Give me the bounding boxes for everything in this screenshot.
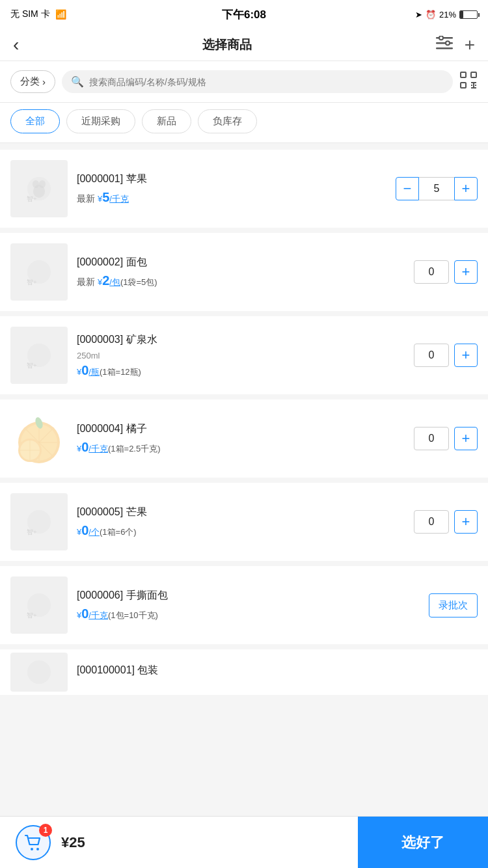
product-image: 智+ [10, 576, 68, 634]
quantity-input[interactable] [414, 510, 449, 534]
battery-label: 21% [439, 10, 456, 20]
product-price: 最新 ¥5/千克 [77, 190, 386, 205]
cart-total: ¥25 [61, 834, 85, 851]
quantity-control: + [414, 510, 478, 534]
increase-button[interactable]: + [454, 260, 478, 284]
product-image [10, 653, 68, 692]
confirm-button[interactable]: 选好了 [358, 817, 488, 869]
search-input[interactable] [89, 77, 444, 87]
svg-rect-7 [461, 83, 466, 88]
svg-point-3 [439, 36, 443, 40]
tab-negative[interactable]: 负库存 [198, 109, 257, 133]
quantity-control: 录批次 [429, 593, 478, 617]
quantity-input[interactable] [419, 177, 454, 200]
nav-bar: ‹ 选择商品 + [0, 29, 488, 61]
product-info: [0000002] 面包 最新 ¥2/包(1袋=5包) [77, 256, 405, 288]
increase-button[interactable]: + [454, 177, 478, 200]
quantity-control: + [414, 260, 478, 284]
product-image: 智+ [10, 160, 68, 217]
product-info: [0000001] 苹果 最新 ¥5/千克 [77, 172, 386, 205]
product-price: ¥0/瓶(1箱=12瓶) [77, 363, 405, 378]
bottom-bar: 1 ¥25 选好了 [0, 816, 488, 868]
list-item: [000100001] 包装 [0, 649, 488, 695]
search-area: 分类 › 🔍 [0, 61, 488, 103]
category-chevron-icon: › [42, 76, 46, 87]
tab-new[interactable]: 新品 [142, 109, 191, 133]
tab-recent[interactable]: 近期采购 [66, 109, 135, 133]
wifi-icon: 📶 [55, 9, 66, 20]
status-time: 下午6:08 [222, 7, 266, 22]
svg-rect-6 [471, 72, 476, 77]
svg-point-4 [446, 41, 450, 45]
search-icon: 🔍 [71, 75, 84, 88]
product-name: [0000004] 橘子 [77, 422, 405, 436]
alarm-icon: ⏰ [426, 10, 436, 20]
product-spec: 250ml [77, 351, 405, 360]
svg-point-38 [31, 848, 33, 850]
scan-button[interactable] [459, 71, 478, 93]
product-info: [000100001] 包装 [77, 664, 478, 681]
tab-all[interactable]: 全部 [10, 109, 60, 133]
product-price: ¥0/千克(1箱=2.5千克) [77, 440, 405, 455]
svg-text:智+: 智+ [27, 612, 37, 619]
product-name: [0000002] 面包 [77, 256, 405, 269]
product-image: 智+ [10, 327, 68, 384]
battery-fill [460, 11, 463, 18]
quantity-control: + [414, 427, 478, 450]
filter-button[interactable] [436, 36, 453, 54]
quantity-input[interactable] [414, 344, 449, 367]
svg-rect-0 [436, 37, 453, 39]
battery-bar [459, 10, 478, 19]
svg-point-37 [27, 660, 51, 684]
category-button[interactable]: 分类 › [10, 70, 55, 93]
list-item: 智+ [0000003] 矿泉水 250ml ¥0/瓶(1箱=12瓶) + [0, 316, 488, 394]
svg-text:智+: 智+ [27, 278, 37, 286]
add-button[interactable]: + [465, 34, 475, 55]
status-left: 无 SIM 卡 📶 [10, 8, 66, 20]
back-button[interactable]: ‹ [13, 34, 19, 55]
cart-badge: 1 [39, 824, 52, 837]
increase-button[interactable]: + [454, 427, 478, 450]
product-image [10, 410, 68, 467]
category-label: 分类 [20, 75, 40, 88]
list-item: 智+ [0000005] 芒果 ¥0/个(1箱=6个) + [0, 483, 488, 561]
status-bar: 无 SIM 卡 📶 下午6:08 ➤ ⏰ 21% [0, 0, 488, 29]
quantity-control: − + [396, 177, 478, 200]
svg-point-39 [36, 848, 39, 850]
product-price: ¥0/千克(1包=10千克) [77, 606, 420, 621]
product-info: [0000003] 矿泉水 250ml ¥0/瓶(1箱=12瓶) [77, 333, 405, 378]
batch-button[interactable]: 录批次 [429, 593, 478, 617]
svg-rect-2 [436, 47, 453, 49]
svg-rect-5 [461, 72, 466, 77]
product-name: [0000003] 矿泉水 [77, 333, 405, 347]
svg-rect-1 [436, 42, 453, 44]
product-info: [0000004] 橘子 ¥0/千克(1箱=2.5千克) [77, 422, 405, 455]
product-name: [0000005] 芒果 [77, 506, 405, 519]
increase-button[interactable]: + [454, 344, 478, 367]
product-info: [0000005] 芒果 ¥0/个(1箱=6个) [77, 506, 405, 538]
product-name: [000100001] 包装 [77, 664, 478, 677]
status-right: ➤ ⏰ 21% [415, 10, 478, 20]
product-price: 最新 ¥2/包(1袋=5包) [77, 273, 405, 288]
product-name: [0000006] 手撕面包 [77, 589, 420, 603]
search-input-wrap: 🔍 [62, 70, 453, 93]
product-price: ¥0/个(1箱=6个) [77, 523, 405, 538]
cart-icon-button[interactable]: 1 [16, 825, 51, 860]
product-image: 智+ [10, 493, 68, 550]
product-info: [0000006] 手撕面包 ¥0/千克(1包=10千克) [77, 589, 420, 621]
product-image: 智+ [10, 243, 68, 301]
quantity-input[interactable] [414, 427, 449, 450]
quantity-input[interactable] [414, 260, 449, 284]
product-name: [0000001] 苹果 [77, 172, 386, 186]
quantity-control: + [414, 344, 478, 367]
page-title: 选择商品 [202, 36, 252, 53]
list-item: 智+ [0000002] 面包 最新 ¥2/包(1袋=5包) + [0, 233, 488, 311]
list-item: 智+ [0000006] 手撕面包 ¥0/千克(1包=10千克) 录批次 [0, 566, 488, 644]
list-item: 智+ [0000001] 苹果 最新 ¥5/千克 − + [0, 150, 488, 228]
svg-text:智+: 智+ [27, 362, 37, 369]
decrease-button[interactable]: − [396, 177, 419, 200]
cart-section: 1 ¥25 [0, 825, 358, 860]
increase-button[interactable]: + [454, 510, 478, 534]
svg-text:智+: 智+ [27, 528, 37, 536]
list-item: [0000004] 橘子 ¥0/千克(1箱=2.5千克) + [0, 400, 488, 478]
